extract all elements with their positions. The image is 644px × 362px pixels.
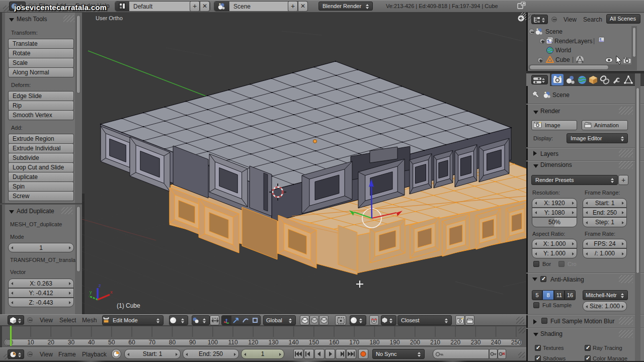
svg-text:220: 220: [450, 339, 460, 346]
svg-text:140: 140: [289, 339, 299, 346]
svg-text:100: 100: [208, 339, 218, 346]
svg-text:20: 20: [48, 339, 55, 346]
svg-text:180: 180: [369, 339, 379, 346]
svg-text:230: 230: [470, 339, 480, 346]
svg-text:70: 70: [149, 339, 156, 346]
svg-text:240: 240: [491, 339, 501, 346]
svg-text:170: 170: [349, 339, 359, 346]
svg-text:60: 60: [128, 339, 135, 346]
svg-text:50: 50: [108, 339, 115, 346]
svg-text:160: 160: [329, 339, 339, 346]
svg-text:10: 10: [27, 339, 34, 346]
svg-text:40: 40: [88, 339, 95, 346]
svg-text:150: 150: [309, 339, 319, 346]
svg-text:z: z: [99, 283, 101, 288]
svg-text:120: 120: [248, 339, 258, 346]
svg-text:110: 110: [228, 339, 237, 346]
svg-text:30: 30: [68, 339, 75, 346]
svg-text:200: 200: [410, 339, 420, 346]
svg-text:80: 80: [169, 339, 176, 346]
svg-text:x: x: [110, 290, 113, 295]
svg-text:190: 190: [390, 339, 400, 346]
svg-text:250: 250: [511, 339, 521, 346]
svg-text:y: y: [90, 290, 92, 295]
svg-text:210: 210: [430, 339, 440, 346]
svg-text:90: 90: [189, 339, 196, 346]
svg-text:130: 130: [268, 339, 278, 346]
